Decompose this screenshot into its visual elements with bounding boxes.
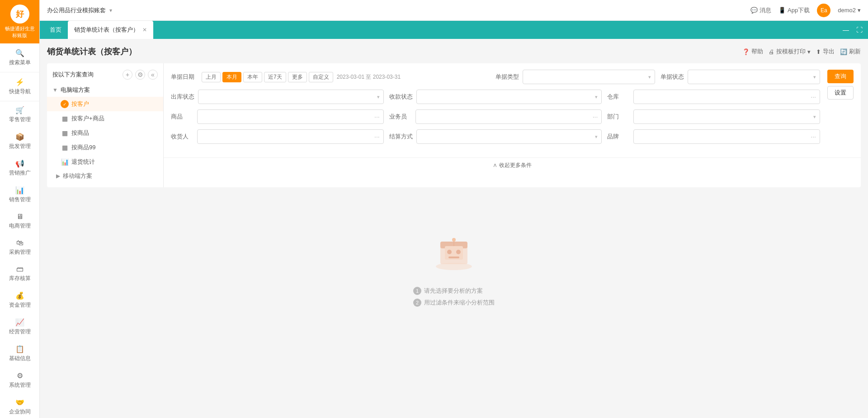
warehouse-dots-icon[interactable]: ··· (811, 93, 816, 100)
filter-row-2: 出库状态 ▾ 收款状态 ▾ (171, 90, 820, 104)
staff-input[interactable]: ··· (415, 109, 602, 124)
sidebar-item-label: 采购管理 (9, 248, 31, 256)
brand-input[interactable]: ··· (633, 129, 820, 144)
sidebar-item-purchase[interactable]: 🛍 采购管理 (0, 234, 39, 261)
date-btn-last-7-days[interactable]: 近7天 (264, 72, 286, 82)
sidebar-item-operations[interactable]: 📈 经营管理 (0, 314, 39, 340)
tab-sales-stats-label: 销货单统计表（按客户） (74, 26, 139, 34)
app-download-btn[interactable]: 📱 App下载 (778, 6, 810, 14)
query-container: 按以下方案查询 + ⚙ « ▼ 电脑端方案 ✓ 按客户 (47, 63, 861, 187)
sidebar: 好 畅捷通好生意 标账版 🔍 搜索菜单 ⚡ 快捷导航 🛒 零售管理 📦 批发管理… (0, 0, 40, 418)
tab-maximize-icon[interactable]: ⛶ (854, 24, 864, 35)
scheme-group-header-mobile[interactable]: ▶ 移动端方案 (47, 169, 163, 183)
date-btn-custom[interactable]: 自定义 (309, 72, 333, 82)
svg-point-9 (452, 238, 456, 242)
filter-row-4: 收货人 ··· 结算方式 ▾ (171, 129, 820, 144)
export-btn[interactable]: ⬆ 导出 (816, 48, 835, 56)
user-name[interactable]: demo2 ▾ (838, 7, 861, 14)
status-label: 单据状态 (660, 73, 684, 81)
tab-sales-stats[interactable]: 销货单统计表（按客户） ✕ (68, 21, 153, 39)
date-btn-this-month[interactable]: 本月 (222, 72, 241, 82)
print-btn[interactable]: 🖨 按模板打印 ▾ (769, 48, 811, 56)
goods-dots-icon[interactable]: ··· (374, 113, 380, 120)
export-icon: ⬆ (816, 48, 821, 55)
receiver-dots-icon[interactable]: ··· (374, 133, 380, 140)
user-avatar[interactable]: Ea (817, 4, 830, 17)
receiver-input[interactable]: ··· (197, 129, 384, 144)
tab-close-icon[interactable]: ✕ (142, 27, 147, 33)
user-dropdown-icon: ▾ (858, 7, 861, 14)
date-btn-this-year[interactable]: 本年 (243, 72, 262, 82)
header-left: 办公用品行业模拟账套 ▾ (47, 6, 112, 14)
search-icon: 🔍 (15, 49, 24, 57)
scheme-item-label: 按商品99 (71, 143, 95, 152)
tab-minimize-icon[interactable]: — (841, 24, 851, 35)
marketing-icon: 📢 (15, 159, 24, 168)
logo-text: 畅捷通好生意 (5, 25, 35, 32)
scheme-item-return-stats[interactable]: 📊 退货统计 (47, 155, 163, 169)
sidebar-item-label: 销售管理 (9, 196, 31, 204)
inventory-icon: 🗃 (16, 265, 24, 273)
scheme-collapse-btn[interactable]: « (148, 70, 158, 80)
scheme-panel-actions: + ⚙ « (123, 70, 158, 80)
staff-dots-icon[interactable]: ··· (593, 113, 598, 120)
collapse-bar[interactable]: ∧ 收起更多条件 (164, 157, 861, 173)
dept-input[interactable]: ▾ (633, 109, 820, 124)
sidebar-item-collab[interactable]: 🤝 企业协同 (0, 394, 39, 418)
scheme-group-label-desktop: 电脑端方案 (61, 86, 90, 94)
brand-dots-icon[interactable]: ··· (811, 133, 816, 140)
app-logo[interactable]: 好 畅捷通好生意 标账版 (0, 0, 39, 43)
collab-icon: 🤝 (15, 398, 24, 407)
sidebar-item-search[interactable]: 🔍 搜索菜单 (0, 43, 39, 72)
sidebar-item-ecommerce[interactable]: 🖥 电商管理 (0, 208, 39, 234)
scheme-item-label: 按客户+商品 (71, 114, 104, 123)
out-status-input[interactable]: ▾ (198, 90, 384, 104)
recv-status-input[interactable]: ▾ (416, 90, 602, 104)
settings-btn[interactable]: 设置 (827, 86, 854, 100)
tab-home[interactable]: 首页 (43, 21, 68, 39)
sidebar-item-inventory[interactable]: 🗃 库存核算 (0, 261, 39, 287)
empty-icon (427, 223, 481, 278)
query-btn[interactable]: 查询 (827, 70, 854, 83)
basic-info-icon: 📋 (15, 345, 24, 353)
warehouse-input[interactable]: ··· (633, 90, 820, 104)
date-btn-more[interactable]: 更多 (288, 72, 307, 82)
scheme-group-header-desktop[interactable]: ▼ 电脑端方案 (47, 83, 163, 97)
hint-text-1: 请先选择要分析的方案 (424, 287, 483, 295)
message-btn[interactable]: 💬 消息 (750, 6, 771, 14)
type-filter-field: 单据类型 ▾ (495, 70, 655, 84)
collapse-bar-label: ∧ 收起更多条件 (493, 162, 531, 168)
empty-hints: 1 请先选择要分析的方案 2 用过滤条件来缩小分析范围 (413, 287, 495, 310)
sidebar-item-label: 营销推广 (9, 169, 31, 177)
empty-hint-1: 1 请先选择要分析的方案 (413, 287, 495, 295)
sidebar-item-quick-nav[interactable]: ⚡ 快捷导航 (0, 72, 39, 101)
scheme-settings-btn[interactable]: ⚙ (135, 70, 145, 80)
scheme-add-btn[interactable]: + (123, 70, 132, 80)
scheme-item-customer-goods[interactable]: ▦ 按客户+商品 (47, 111, 163, 126)
sidebar-item-basic-info[interactable]: 📋 基础信息 (0, 340, 39, 367)
refresh-label: 刷新 (849, 48, 861, 56)
header-dropdown-icon[interactable]: ▾ (109, 7, 112, 14)
sidebar-item-wholesale[interactable]: 📦 批发管理 (0, 128, 39, 155)
sidebar-item-retail[interactable]: 🛒 零售管理 (0, 101, 39, 128)
sidebar-item-finance[interactable]: 💰 资金管理 (0, 287, 39, 314)
status-input[interactable]: ▾ (688, 70, 820, 84)
staff-label: 业务员 (389, 113, 412, 121)
sidebar-item-sales[interactable]: 📊 销售管理 (0, 181, 39, 208)
receiver-field: 收货人 ··· (171, 129, 384, 144)
help-btn[interactable]: ❓ 帮助 (742, 48, 763, 56)
type-input[interactable]: ▾ (523, 70, 655, 84)
filter-area: 单据日期 上月 本月 本年 近7天 更多 自定义 2023-03-01 至 20… (164, 63, 861, 187)
settle-input[interactable]: ▾ (416, 129, 602, 144)
scheme-item-by-goods[interactable]: ▦ 按商品 (47, 126, 163, 140)
scheme-panel-title: 按以下方案查询 (52, 71, 94, 79)
app-download-label: App下载 (788, 6, 810, 14)
date-btn-last-month[interactable]: 上月 (202, 72, 221, 82)
svg-point-6 (456, 250, 461, 254)
scheme-item-by-customer[interactable]: ✓ 按客户 (47, 97, 163, 111)
refresh-btn[interactable]: 🔄 刷新 (840, 48, 861, 56)
scheme-item-by-goods99[interactable]: ▦ 按商品99 (47, 140, 163, 155)
sidebar-item-marketing[interactable]: 📢 营销推广 (0, 155, 39, 181)
sidebar-item-system[interactable]: ⚙ 系统管理 (0, 367, 39, 394)
goods-input[interactable]: ··· (197, 109, 384, 124)
